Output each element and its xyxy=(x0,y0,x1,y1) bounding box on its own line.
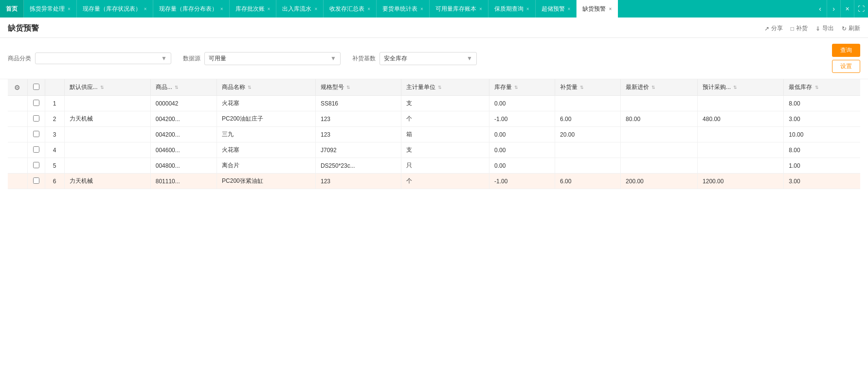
tab-inventory-dist-close[interactable]: × xyxy=(220,6,223,12)
row-checkbox-cell[interactable] xyxy=(27,142,45,158)
row-replenish-cell xyxy=(555,142,621,158)
row-checkbox[interactable] xyxy=(33,177,39,184)
row-replenish-cell: 6.00 xyxy=(555,111,621,127)
row-replenish-cell: 6.00 xyxy=(555,174,621,189)
category-select[interactable]: ▼ xyxy=(35,53,171,64)
refresh-action[interactable]: ↻ 刷新 xyxy=(842,24,860,33)
row-est-purchase-cell: 1200.00 xyxy=(698,174,784,189)
col-replenish-sort-icon: ⇅ xyxy=(580,85,584,90)
tab-inventory-dist[interactable]: 现存量（库存分布表） × xyxy=(153,0,230,18)
row-name-cell: PC200张紧油缸 xyxy=(217,174,316,189)
tab-available-ledger[interactable]: 可用量库存账本 × xyxy=(430,0,488,18)
tab-home[interactable]: 首页 xyxy=(0,0,24,18)
table-row: 3 004200... 三九 123 箱 0.00 20.00 10.00 xyxy=(8,127,860,142)
replenish-action[interactable]: □ 补货 xyxy=(791,24,808,33)
tab-batch-account-close[interactable]: × xyxy=(268,6,271,12)
tab-inventory-dist-label: 现存量（库存分布表） xyxy=(159,5,217,13)
col-latest-price-label: 最新进价 xyxy=(626,84,649,90)
table-container: ⚙ 默认供应... ⇅ 商品... ⇅ 商品名称 xyxy=(0,79,868,189)
col-spec-header[interactable]: 规格型号 ⇅ xyxy=(315,79,401,96)
row-spec-cell: 123 xyxy=(315,111,401,127)
table-row: 1 0000042 火花塞 SS816 支 0.00 8.00 xyxy=(8,96,860,111)
tab-inventory-status-close[interactable]: × xyxy=(144,6,147,12)
tab-next-button[interactable]: › xyxy=(827,0,841,18)
row-checkbox-cell[interactable] xyxy=(27,127,45,142)
col-replenish-header[interactable]: 补货量 ⇅ xyxy=(555,79,621,96)
tab-exception-close[interactable]: × xyxy=(68,6,71,12)
category-filter-group: 商品分类 ▼ xyxy=(8,53,171,64)
col-latest-price-header[interactable]: 最新进价 ⇅ xyxy=(621,79,698,96)
row-min-stock-cell: 3.00 xyxy=(784,111,860,127)
col-unit-header[interactable]: 主计量单位 ⇅ xyxy=(401,79,489,96)
tab-demand-stat-close[interactable]: × xyxy=(420,6,423,12)
select-all-checkbox[interactable] xyxy=(33,84,39,90)
tab-close-button[interactable]: × xyxy=(841,0,854,18)
row-est-purchase-cell: 480.00 xyxy=(698,111,784,127)
col-supplier-header[interactable]: 默认供应... ⇅ xyxy=(64,79,150,96)
row-checkbox[interactable] xyxy=(33,115,39,122)
tab-prev-button[interactable]: ‹ xyxy=(814,0,827,18)
col-code-sort-icon: ⇅ xyxy=(175,85,179,90)
tab-overstock[interactable]: 超储预警 × xyxy=(536,0,577,18)
row-checkbox-cell[interactable] xyxy=(27,158,45,174)
tab-shortage-label: 缺货预警 xyxy=(582,5,606,13)
row-checkbox[interactable] xyxy=(33,146,39,153)
col-settings-header[interactable]: ⚙ xyxy=(8,79,27,96)
tab-expiry-query[interactable]: 保质期查询 × xyxy=(488,0,536,18)
tab-fullscreen-button[interactable]: ⛶ xyxy=(854,0,868,18)
row-checkbox[interactable] xyxy=(33,131,39,137)
col-name-header[interactable]: 商品名称 ⇅ xyxy=(217,79,316,96)
tab-available-ledger-close[interactable]: × xyxy=(479,6,482,12)
tab-batch-account[interactable]: 库存批次账 × xyxy=(230,0,277,18)
tab-shortage-close[interactable]: × xyxy=(609,6,612,12)
col-min-stock-header[interactable]: 最低库存 ⇅ xyxy=(784,79,860,96)
col-checkbox-header[interactable] xyxy=(27,79,45,96)
row-spec-cell: J7092 xyxy=(315,142,401,158)
col-est-purchase-header[interactable]: 预计采购... ⇅ xyxy=(698,79,784,96)
tab-batch-account-label: 库存批次账 xyxy=(235,5,265,13)
row-stock-cell: -1.00 xyxy=(489,174,555,189)
row-checkbox[interactable] xyxy=(33,100,39,106)
tab-overstock-close[interactable]: × xyxy=(568,6,571,12)
col-est-purchase-label: 预计采购... xyxy=(703,84,731,90)
category-filter-label: 商品分类 xyxy=(8,54,31,63)
col-code-header[interactable]: 商品... ⇅ xyxy=(150,79,217,96)
table-body: 1 0000042 火花塞 SS816 支 0.00 8.00 2 力天机械 0… xyxy=(8,96,860,189)
table-row: 4 004600... 火花塞 J7092 支 0.00 8.00 xyxy=(8,142,860,158)
settings-button[interactable]: 设置 xyxy=(832,60,860,73)
col-latest-price-sort-icon: ⇅ xyxy=(651,85,655,90)
tab-inout-flow-label: 出入库流水 xyxy=(282,5,311,13)
col-stock-header[interactable]: 库存量 ⇅ xyxy=(489,79,555,96)
tab-expiry-query-close[interactable]: × xyxy=(526,6,529,12)
row-name-cell: 火花塞 xyxy=(217,96,316,111)
page-title: 缺货预警 xyxy=(8,23,39,34)
tab-exception[interactable]: 拣货异常处理 × xyxy=(24,0,77,18)
tab-demand-stat[interactable]: 要货单统计表 × xyxy=(377,0,430,18)
export-action[interactable]: ⇓ 导出 xyxy=(815,24,834,33)
row-est-purchase-cell xyxy=(698,127,784,142)
row-checkbox-cell[interactable] xyxy=(27,111,45,127)
tab-inventory-status-label: 现存量（库存状况表） xyxy=(83,5,141,13)
tab-receive-summary[interactable]: 收发存汇总表 × xyxy=(324,0,377,18)
row-checkbox-cell[interactable] xyxy=(27,96,45,111)
query-button[interactable]: 查询 xyxy=(832,44,860,57)
datasource-select-value: 可用量 xyxy=(209,54,226,63)
row-supplier-cell: 力天机械 xyxy=(64,174,150,189)
share-action[interactable]: ↗ 分享 xyxy=(764,24,783,33)
col-code-label: 商品... xyxy=(156,84,172,90)
tab-inventory-status[interactable]: 现存量（库存状况表） × xyxy=(77,0,153,18)
tab-inout-flow-close[interactable]: × xyxy=(314,6,317,12)
tab-bar: 首页 拣货异常处理 × 现存量（库存状况表） × 现存量（库存分布表） × 库存… xyxy=(0,0,868,18)
row-min-stock-cell: 8.00 xyxy=(784,96,860,111)
tab-shortage[interactable]: 缺货预警 × xyxy=(577,0,618,18)
row-name-cell: 离合片 xyxy=(217,158,316,174)
tab-receive-summary-close[interactable]: × xyxy=(367,6,370,12)
row-num-cell: 5 xyxy=(45,158,64,174)
table-settings-icon[interactable]: ⚙ xyxy=(14,84,20,91)
row-checkbox-cell[interactable] xyxy=(27,174,45,189)
row-checkbox[interactable] xyxy=(33,162,39,168)
datasource-select[interactable]: 可用量 ▼ xyxy=(204,52,341,65)
replenish-base-select[interactable]: 安全库存 ▼ xyxy=(380,52,477,65)
col-supplier-label: 默认供应... xyxy=(70,84,98,90)
tab-inout-flow[interactable]: 出入库流水 × xyxy=(276,0,324,18)
